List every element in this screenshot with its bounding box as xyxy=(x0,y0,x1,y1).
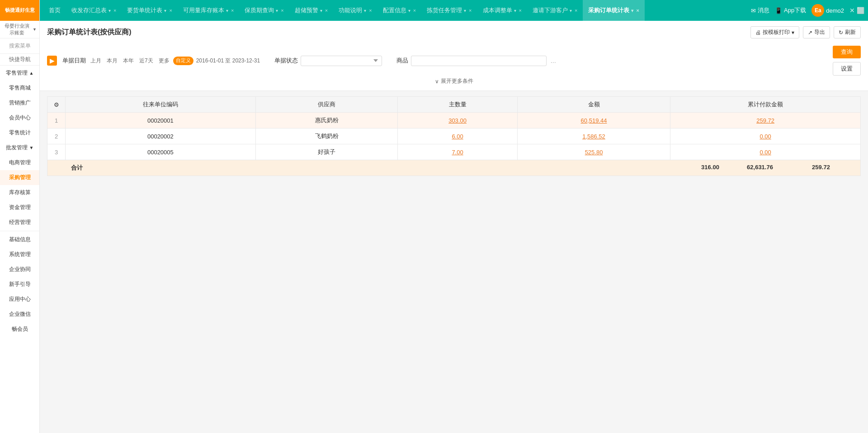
row-1-paid[interactable]: 259.72 xyxy=(670,113,861,128)
shortcut-this-month[interactable]: 本月 xyxy=(105,57,119,65)
sidebar-item-enterprise[interactable]: 企业协同 xyxy=(0,262,39,277)
sidebar-item-weixin-label: 企业微信 xyxy=(9,310,31,318)
export-button[interactable]: ↗ 导出 xyxy=(803,26,830,38)
sidebar-item-ecommerce[interactable]: 电商管理 xyxy=(0,155,39,170)
sidebar-item-retail-mall[interactable]: 零售商城 xyxy=(0,81,39,95)
row-2-supplier: 飞鹤奶粉 xyxy=(255,128,398,144)
sidebar-item-system[interactable]: 系统管理 xyxy=(0,247,39,262)
tab-invite-customer-close[interactable]: × xyxy=(575,8,577,13)
goods-more-icon[interactable]: … xyxy=(550,57,556,64)
footer-amount-value: 62,631.76 xyxy=(747,164,773,171)
tab-home[interactable]: 首页 xyxy=(43,0,66,21)
quick-nav[interactable]: 快捷导航 xyxy=(0,54,39,66)
maximize-window-btn[interactable]: ⬜ xyxy=(857,7,864,14)
sidebar-item-member2[interactable]: 畅会员 xyxy=(0,322,39,337)
expand-more-conditions-button[interactable]: ∨ 展开更多条件 xyxy=(435,77,473,85)
app-download-btn[interactable]: 📱 App下载 xyxy=(775,6,806,14)
filter-more-row: ∨ 展开更多条件 xyxy=(47,76,861,87)
footer-amount: 62,631.76 xyxy=(733,164,787,172)
shortcut-this-year[interactable]: 本年 xyxy=(121,57,136,65)
sidebar-item-inventory[interactable]: 库存核算 xyxy=(0,185,39,200)
tab-function-desc-close[interactable]: × xyxy=(369,8,372,13)
search-menu[interactable]: 搜索菜单 xyxy=(0,38,39,54)
tab-config-info-close[interactable]: × xyxy=(413,8,416,13)
tab-cost-adjust-close[interactable]: × xyxy=(519,8,522,13)
sidebar-item-operation[interactable]: 经营管理 xyxy=(0,215,39,230)
user-menu[interactable]: Ea demo2 xyxy=(811,4,844,17)
tab-invite-customer[interactable]: 邀请下游客户 ▾ × xyxy=(527,0,583,21)
sidebar-item-retail-stat[interactable]: 零售统计 xyxy=(0,125,39,140)
tab-config-info[interactable]: 配置信息 ▾ × xyxy=(377,0,421,21)
sidebar-item-finance[interactable]: 资金管理 xyxy=(0,200,39,215)
tab-purchase-summary-close[interactable]: × xyxy=(636,8,639,13)
row-2-paid[interactable]: 0.00 xyxy=(670,128,861,144)
export-label: 导出 xyxy=(814,29,825,36)
date-range-display: 2016-01-01 至 2023-12-31 xyxy=(196,57,260,65)
row-2-amount[interactable]: 1,586.52 xyxy=(517,128,670,144)
row-2-quantity[interactable]: 6.00 xyxy=(398,128,518,144)
sidebar-item-wholesale-arrow: ▼ xyxy=(29,145,34,150)
tab-overstock-alert-label: 超储预警 xyxy=(295,6,318,14)
date-custom-badge[interactable]: 自定义 xyxy=(173,57,193,65)
sidebar-item-retail[interactable]: 零售管理 ▲ xyxy=(0,66,39,81)
shortcut-more[interactable]: 更多 xyxy=(157,57,171,65)
col-settings: ⚙ xyxy=(47,97,66,113)
row-3-quantity[interactable]: 7.00 xyxy=(398,144,518,160)
filter-collapse-button[interactable]: ▶ xyxy=(47,56,57,66)
tab-overstock-alert[interactable]: 超储预警 ▾ × xyxy=(289,0,333,21)
tab-available-inventory[interactable]: 可用量库存账本 ▾ × xyxy=(178,0,239,21)
row-1-supplier: 惠氏奶粉 xyxy=(255,113,398,128)
goods-input[interactable] xyxy=(411,56,547,66)
tab-purchase-summary[interactable]: 采购订单统计表 ▾ × xyxy=(583,0,644,21)
row-1-quantity[interactable]: 303.00 xyxy=(398,113,518,128)
tab-available-inventory-close[interactable]: × xyxy=(231,8,234,13)
tab-order-summary[interactable]: 要货单统计表 ▾ × xyxy=(122,0,177,21)
sidebar-item-marketing[interactable]: 营销推广 xyxy=(0,95,39,110)
tab-cost-adjust[interactable]: 成本调整单 ▾ × xyxy=(477,0,527,21)
query-button[interactable]: 查询 xyxy=(833,46,861,58)
shortcut-last-month[interactable]: 上月 xyxy=(89,57,103,65)
account-name: 母婴行业演示账套 xyxy=(3,23,31,36)
messages-btn[interactable]: ✉ 消息 xyxy=(751,6,769,14)
account-switcher[interactable]: 母婴行业演示账套 ▼ xyxy=(0,21,39,38)
sidebar-item-wholesale[interactable]: 批发管理 ▼ xyxy=(0,140,39,155)
tab-order-summary-close[interactable]: × xyxy=(169,8,172,13)
sidebar-item-purchase[interactable]: 采购管理 xyxy=(0,170,39,185)
tab-function-desc[interactable]: 功能说明 ▾ × xyxy=(333,0,377,21)
sidebar-item-appstore[interactable]: 应用中心 xyxy=(0,292,39,307)
shortcut-7days[interactable]: 近7天 xyxy=(137,57,155,65)
tab-expiry-query-close[interactable]: × xyxy=(281,8,283,13)
tab-pickup-task-close[interactable]: × xyxy=(469,8,472,13)
expand-more-label: 展开更多条件 xyxy=(441,77,473,85)
content: 采购订单统计表(按供应商) 🖨 按模板打印 ▾ ↗ 导出 ↻ 刷新 xyxy=(40,21,868,433)
tab-expiry-query[interactable]: 保质期查询 ▾ × xyxy=(239,0,289,21)
tab-overstock-alert-close[interactable]: × xyxy=(325,8,328,13)
sidebar-item-weixin[interactable]: 企业微信 xyxy=(0,307,39,322)
refresh-button[interactable]: ↻ 刷新 xyxy=(834,26,861,38)
row-1-amount[interactable]: 60,519.44 xyxy=(517,113,670,128)
status-label: 单据状态 xyxy=(274,57,298,65)
sidebar-item-newbie[interactable]: 新手引导 xyxy=(0,277,39,292)
sidebar-item-newbie-label: 新手引导 xyxy=(9,281,31,288)
template-print-button[interactable]: 🖨 按模板打印 ▾ xyxy=(750,26,799,38)
close-window-btn[interactable]: ✕ xyxy=(849,7,855,14)
quick-nav-label: 快捷导航 xyxy=(9,56,31,62)
tab-receive-summary-arrow: ▾ xyxy=(108,8,111,13)
row-2-code: 00020002 xyxy=(66,128,256,144)
row-3-amount[interactable]: 525.80 xyxy=(517,144,670,160)
column-settings-icon[interactable]: ⚙ xyxy=(54,101,59,108)
sidebar-item-finance-label: 资金管理 xyxy=(9,204,31,211)
logo: 畅捷通好生意 xyxy=(0,0,39,21)
tab-receive-summary[interactable]: 收发存汇总表 ▾ × xyxy=(66,0,122,21)
sidebar-item-ecommerce-label: 电商管理 xyxy=(9,159,31,167)
sidebar-item-basic[interactable]: 基础信息 xyxy=(0,232,39,247)
settings-button[interactable]: 设置 xyxy=(833,62,861,76)
tab-config-info-arrow: ▾ xyxy=(408,8,410,13)
col-amount: 金额 xyxy=(517,97,670,113)
tab-pickup-task[interactable]: 拣货任务管理 ▾ × xyxy=(421,0,477,21)
sidebar-item-retail-label: 零售管理 xyxy=(6,69,28,77)
row-3-paid[interactable]: 0.00 xyxy=(670,144,861,160)
sidebar-item-member[interactable]: 会员中心 xyxy=(0,110,39,125)
tab-receive-summary-close[interactable]: × xyxy=(113,8,116,13)
status-select[interactable] xyxy=(301,56,382,66)
